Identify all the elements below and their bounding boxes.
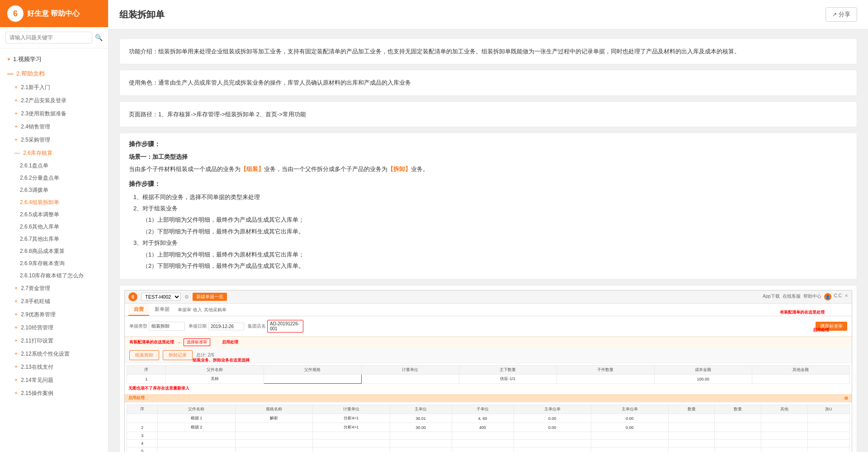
steps-heading: 操作步骤： — [129, 140, 848, 148]
nav-item-2-6-4[interactable]: 2.6.4组装拆卸单 — [0, 196, 108, 209]
screenshot-inner: 6 TEST-H002 ⚙ 新建单据一览 App下载 在线客服 帮助中心 👤 C… — [124, 290, 852, 452]
share-icon: ↗ — [832, 11, 837, 18]
ss-th-unit: 计量单位 — [361, 366, 459, 375]
ss-upper-annotation: 无图也添不了库存在这里重新录入 — [127, 385, 850, 392]
nav-section-title-1[interactable]: + 1.视频学习 — [0, 52, 108, 67]
step-1: 1、根据不同的业务，选择不同单据的类型来处理 — [133, 192, 848, 202]
nav-item-2-1[interactable]: + 2.1新手入门 — [0, 81, 108, 94]
ss-lower-table-element: 序 父件名称 规格名称 计量单位 主单位 子单位 主单位单 主单位单 数量 数量 — [127, 404, 850, 452]
ss-upper-table-element: 序 父件名称 父件规格 计量单位 主下数量 子件数量 成本金额 其他金额 — [127, 365, 850, 384]
ss-lower-table-header: 启用处理 ⊞ — [125, 394, 852, 402]
ss-close-icon[interactable]: ✕ — [844, 293, 848, 300]
nav-item-2-9[interactable]: + 2.9优惠券管理 — [0, 308, 108, 321]
steps-section: 操作步骤： 场景一：加工类型选择 当由多个子件材料组装成一个成品的业务为【组装】… — [119, 133, 857, 280]
role-card: 使用角色：通常由生产人员或库管人员完成拆装业务的操作，库管人员确认原材料的出库和… — [119, 70, 857, 95]
scene1-title: 场景一：加工类型选择 — [129, 153, 848, 161]
nav-item-2-6-1[interactable]: 2.6.1盘点单 — [0, 160, 108, 172]
collapse-icon-2-6: — — [14, 150, 20, 156]
nav-item-2-14[interactable]: + 2.14常见问题 — [0, 374, 108, 387]
ss-tab-ziy[interactable]: 自营 — [128, 304, 149, 316]
table-row: 根据 1 解析 分析4>1 30.01 4, 60 0.00 0.00 — [127, 414, 850, 423]
nav-item-2-2[interactable]: + 2.2产品安装及登录 — [0, 94, 108, 107]
nav-section-2: — 2.帮助文档 + 2.1新手入门 + 2.2产品安装及登录 + 2.3使用前… — [0, 67, 108, 400]
nav-item-2-6-7[interactable]: 2.6.7其他出库单 — [0, 233, 108, 245]
nav-item-2-6-8[interactable]: 2.6.8商品成本重算 — [0, 245, 108, 257]
role-text: 使用角色：通常由生产人员或库管人员完成拆装业务的操作，库管人员确认原材料的出库和… — [129, 79, 411, 86]
nav-item-2-3[interactable]: + 2.3使用前数据准备 — [0, 107, 108, 120]
nav-item-2-15[interactable]: + 2.15操作案例 — [0, 387, 108, 400]
ss-online-service: 在线客服 — [783, 293, 801, 300]
nav-item-2-5[interactable]: + 2.5采购管理 — [0, 133, 108, 147]
nav-item-2-6-2[interactable]: 2.6.2分量盘点单 — [0, 172, 108, 184]
ss-app-download: App下载 — [763, 293, 780, 300]
nav-item-2-10[interactable]: + 2.10经营管理 — [0, 321, 108, 334]
ss-lower-icon: ⊞ — [844, 396, 848, 400]
chaijue-text: 【拆卸】 — [387, 166, 411, 172]
nav-item-2-11[interactable]: + 2.11打印设置 — [0, 334, 108, 347]
sidebar-search-container: 🔍 — [0, 27, 108, 48]
nav-item-2-7[interactable]: + 2.7资金管理 — [0, 282, 108, 295]
ss-th-cost: 成本金额 — [654, 366, 752, 375]
search-input[interactable] — [5, 32, 92, 43]
ss-field-date: 单据日期 2019-12-26 — [189, 323, 244, 330]
ss-td-sub-qty — [557, 375, 654, 384]
table-row: 5 — [127, 447, 850, 452]
ss-td-main-qty: 供应-1/1 — [459, 375, 557, 384]
ss-tab-new[interactable]: 新单据 — [149, 304, 175, 316]
ss-input-type[interactable]: 组装拆卸 — [149, 322, 185, 331]
nav-item-2-6-10[interactable]: 2.6.10库存账本错了怎么办 — [0, 270, 108, 282]
step-3: 3、对于拆卸业务 — [133, 238, 848, 248]
nav-item-2-4[interactable]: + 2.4销售管理 — [0, 120, 108, 133]
zuzhuang-text: 【组装】 — [241, 166, 264, 172]
intro-text: 功能介绍：组装拆卸单用来处理企业组装或拆卸等加工业务，支持有固定装配清单的产品加… — [129, 48, 740, 55]
step-2-2: （2）下部明细为子件明细，最终作为原材料生成其它出库单。 — [133, 226, 848, 237]
nav-item-2-6[interactable]: — 2.6库存核算 — [0, 147, 108, 160]
ss-form-annotation-bar: 有装配清单的在这里处理 → 选择标准审 启用处理 — [125, 337, 852, 347]
ss-org-selector[interactable]: TEST-H002 — [141, 293, 181, 301]
step-3-2: （2）下部明细为子件明细，最终作为产成品生成其它入库单。 — [133, 261, 848, 271]
expand-icon-1: + — [7, 56, 10, 62]
ss-type-btn-disassemble[interactable]: 拆卸记录 — [163, 350, 193, 360]
nav-item-2-6-9[interactable]: 2.6.9库存账本查询 — [0, 257, 108, 270]
nav-section-title-2[interactable]: — 2.帮助文档 — [0, 67, 108, 81]
step-2: 2、对于组装业务 — [133, 203, 848, 214]
ss-input-date[interactable]: 2019-12-26 — [208, 323, 244, 330]
ss-th-sub-qty: 子件数量 — [557, 366, 654, 375]
ss-td-unit — [361, 375, 459, 384]
nav-section-label-1: 1.视频学习 — [13, 55, 42, 63]
ss-lower-table: 序 父件名称 规格名称 计量单位 主单位 子单位 主单位单 主单位单 数量 数量 — [125, 402, 852, 452]
sidebar-nav: + 1.视频学习 — 2.帮助文档 + 2.1新手入门 + 2.2产品安装及登录… — [0, 48, 108, 452]
ss-td-seq: 1 — [127, 375, 166, 384]
nav-item-2-8[interactable]: + 2.8手机旺铺 — [0, 295, 108, 308]
step-3-1: （1）上部明细为父件明细，最终作为原材料生成其它出库单； — [133, 249, 848, 260]
ss-topbar: 6 TEST-H002 ⚙ 新建单据一览 App下载 在线客服 帮助中心 👤 C… — [125, 290, 852, 304]
nav-item-2-6-5[interactable]: 2.6.5成本调整单 — [0, 209, 108, 221]
search-icon[interactable]: 🔍 — [95, 34, 103, 41]
ss-td-other — [752, 375, 849, 384]
op-steps-heading: 操作步骤： — [129, 180, 848, 188]
ss-icons: App下载 在线客服 帮助中心 👤 C.C ✕ — [763, 293, 848, 300]
ss-label-code: 集团店名 — [248, 323, 266, 329]
ss-td-spec — [264, 375, 361, 384]
ss-type-btn-assemble[interactable]: 组装拆卸 — [129, 350, 159, 360]
ss-th-parent-spec: 父件规格 — [264, 366, 361, 375]
ss-new-btn[interactable]: 新建单据一览 — [193, 293, 227, 301]
nav-item-2-6-6[interactable]: 2.6.6其他入库单 — [0, 221, 108, 233]
nav-item-2-13[interactable]: + 2.13在线支付 — [0, 361, 108, 374]
ss-annotation-choose: 选择标准审 — [184, 338, 210, 346]
ss-input-code[interactable]: AD-20191226-001 — [267, 320, 303, 333]
share-button[interactable]: ↗ 分享 — [826, 7, 857, 22]
screenshot-container: 6 TEST-H002 ⚙ 新建单据一览 App下载 在线客服 帮助中心 👤 C… — [119, 285, 857, 452]
nav-item-2-6-3[interactable]: 2.6.3调拨单 — [0, 184, 108, 196]
ss-annotation1-text: 有装配清单的在这里处理 — [129, 339, 174, 345]
nav-item-2-12[interactable]: + 2.12系统个性化设置 — [0, 347, 108, 361]
path-card: 页面路径：1、库存核算->库存管理->组装拆卸单 2、首页->常用功能 — [119, 101, 857, 127]
ss-label-type: 单据类型 — [129, 323, 147, 329]
ss-th-main-qty: 主下数量 — [459, 366, 557, 375]
expand-icon-2-2: + — [14, 97, 18, 104]
ss-td-parent-name: 关杯 — [166, 375, 264, 384]
nav-section-1: + 1.视频学习 — [0, 52, 108, 67]
expand-icon-2-5: + — [14, 137, 18, 143]
nav-section-label-2: 2.帮助文档 — [16, 70, 45, 78]
main-header: 组装拆卸单 ↗ 分享 — [108, 0, 868, 29]
